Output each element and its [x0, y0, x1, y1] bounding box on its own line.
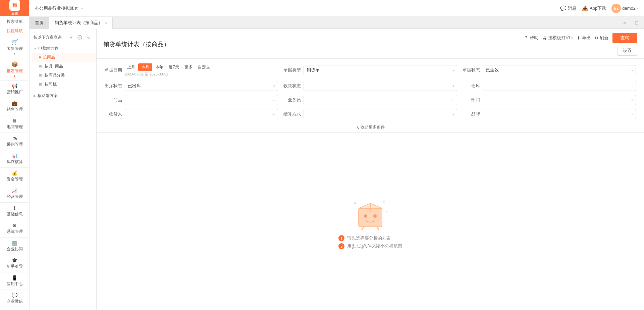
sidebar-item-inventory[interactable]: 📊 库存核算 [0, 150, 29, 168]
dept-select[interactable]: ▾ [483, 95, 636, 105]
more-btn[interactable]: 更多 [182, 63, 195, 71]
sidebar-item-label: 系统管理 [7, 229, 23, 235]
tip-text-1: 请先选择要分析的方案 [347, 235, 391, 241]
brand-label: 品牌 [463, 111, 480, 117]
help-button[interactable]: ？ 帮助 [524, 35, 538, 41]
scheme-group-header-mobile[interactable]: ▶ 移动端方案 [30, 92, 96, 100]
export-button[interactable]: ⬇ 导出 [577, 35, 591, 41]
scheme-item-by-product[interactable]: 按商品 [32, 53, 96, 62]
doctype-value: 销货单 [307, 67, 320, 73]
print-button[interactable]: 🖨 按模板打印 ▾ [542, 35, 573, 41]
sidebar-item-apps[interactable]: 📱 应用中心 [0, 272, 29, 290]
sidebar-item-label: 电商管理 [7, 124, 23, 130]
wholesale-icon: 📦 [11, 61, 18, 67]
product-input[interactable]: ··· [125, 95, 278, 105]
warehouse-control[interactable]: ··· [483, 81, 636, 91]
7days-btn[interactable]: 近7天 [166, 63, 181, 71]
sidebar-item-label: 零售管理 [7, 46, 23, 52]
cur-month-btn[interactable]: 本月 [138, 63, 152, 71]
receiver-input[interactable]: ··· [125, 109, 278, 119]
sidebar-quick-nav[interactable]: 快捷导航 [0, 26, 29, 36]
header-dropdown-icon[interactable]: ▾ [81, 6, 83, 10]
tab-active[interactable]: 销货单统计表（按商品） × [49, 17, 113, 29]
collapse-scheme-icon[interactable]: « [85, 34, 92, 41]
sidebar-item-label: 新手引导 [7, 264, 23, 269]
sidebar-item-finance[interactable]: 💰 资金管理 [0, 168, 29, 185]
sidebar-item-wechat[interactable]: 💬 企业微信 [0, 290, 29, 307]
tab-close-icon[interactable]: × [105, 20, 107, 25]
custom-btn[interactable]: 自定义 [196, 63, 212, 71]
salesperson-input[interactable]: ··· [304, 95, 457, 105]
collapse-filters-button[interactable]: ∧ 收起更多条件 [97, 122, 644, 132]
empty-tip-1: 1 请先选择要分析的方案 [338, 235, 402, 241]
svg-point-4 [364, 214, 367, 218]
prev-month-btn[interactable]: 上月 [125, 63, 138, 71]
product-control[interactable]: ··· [125, 95, 278, 105]
scheme-item-by-category[interactable]: ⊞ 按商品分类 [32, 71, 96, 80]
outstatus-select[interactable]: 已出库 ▾ [125, 81, 278, 91]
docstatus-label: 单据状态 [463, 67, 480, 73]
payment-chevron: ▾ [452, 84, 454, 88]
minimize-button[interactable]: × [620, 18, 629, 28]
sidebar-item-enterprise[interactable]: 🏢 企业协同 [0, 238, 29, 255]
chevron-down-icon: ▼ [13, 52, 16, 55]
scheme-group-header-pc[interactable]: ▼ 电脑端方案 [30, 44, 96, 53]
sidebar-item-system[interactable]: ⚙ 系统管理 [0, 220, 29, 238]
tab-home[interactable]: 首页 [30, 17, 49, 29]
sidebar-item-basic[interactable]: ℹ 基础信息 [0, 203, 29, 220]
collapse-arrow-icon: ∧ [356, 125, 359, 130]
sidebar-item-purchase[interactable]: 🛍 采购管理 [0, 133, 29, 150]
sidebar-item-retail[interactable]: 🛒 零售管理 ▼ [0, 36, 29, 58]
sidebar-item-ecommerce[interactable]: 🖥 电商管理 [0, 115, 29, 133]
sidebar-item-guide[interactable]: 🎓 新手引导 [0, 255, 29, 272]
sidebar: 畅 标账 搜索菜单 快捷导航 🛒 零售管理 ▼ 📦 批发管理 ▲ 📢 营销推广 … [0, 0, 30, 310]
query-button[interactable]: 查询 [612, 33, 637, 43]
salesperson-control[interactable]: ··· [304, 95, 457, 105]
warehouse-input[interactable]: ··· [483, 81, 636, 91]
payment-control[interactable]: ▾ [304, 81, 457, 91]
salesperson-dots: ··· [451, 98, 454, 102]
sidebar-search[interactable]: 搜索菜单 [0, 16, 29, 26]
paymethod-control[interactable]: ▾ [304, 109, 457, 119]
user-menu[interactable]: Ea demo2 ▾ [611, 4, 639, 13]
maximize-button[interactable]: □ [632, 18, 641, 28]
refresh-button[interactable]: ↻ 刷新 [595, 35, 608, 41]
brand-input[interactable]: ··· [483, 109, 636, 119]
payment-select[interactable]: ▾ [304, 81, 457, 91]
empty-state: 1 请先选择要分析的方案 2 用[过滤]条件来缩小分析范围 [97, 133, 644, 310]
scheme-item-by-cashier[interactable]: ⊞ 按司机 [32, 80, 96, 89]
messages-button[interactable]: 💬 消息 [560, 5, 577, 11]
docstatus-control[interactable]: 已生效 ▾ [483, 65, 636, 75]
sales-icon: 💼 [12, 101, 17, 106]
sidebar-item-label: 采购管理 [7, 142, 23, 147]
salesperson-label: 业务员 [283, 97, 301, 103]
dept-control[interactable]: ▾ [483, 95, 636, 105]
inventory-icon: 📊 [12, 153, 17, 158]
settings-button[interactable]: 设置 [617, 46, 637, 56]
sidebar-item-marketing[interactable]: 📢 营销推广 [0, 81, 29, 98]
paymethod-select[interactable]: ▾ [304, 109, 457, 119]
receiver-control[interactable]: ··· [125, 109, 278, 119]
edit-scheme-icon[interactable]: ✎ [76, 34, 84, 41]
doctype-select[interactable]: 销货单 ▾ [304, 65, 457, 75]
app-download-button[interactable]: 📥 App下载 [582, 5, 606, 11]
outstatus-control[interactable]: 已出库 ▾ [125, 81, 278, 91]
docstatus-value: 已生效 [486, 67, 499, 73]
scheme-item-label: 按司机 [45, 82, 57, 87]
add-scheme-icon[interactable]: + [67, 34, 75, 41]
sidebar-item-sales[interactable]: 💼 销售管理 [0, 98, 29, 115]
brand-control[interactable]: ··· [483, 109, 636, 119]
logo-area[interactable]: 畅 标账 [0, 0, 29, 16]
sidebar-item-wholesale[interactable]: 📦 批发管理 ▲ [0, 58, 29, 81]
message-icon: 💬 [560, 5, 567, 11]
year-btn[interactable]: 本年 [153, 63, 166, 71]
doctype-control[interactable]: 销货单 ▾ [304, 65, 457, 75]
home-tab-label: 首页 [35, 20, 44, 26]
docstatus-select[interactable]: 已生效 ▾ [483, 65, 636, 75]
sidebar-item-member[interactable]: ⭐ 畅会员 [0, 307, 29, 310]
scheme-item-by-month-product[interactable]: ⊞ 按月+商品 [32, 62, 96, 71]
main-area: 办公用品行业模拟账套 ▾ 💬 消息 📥 App下载 Ea demo2 ▾ 首页 … [30, 0, 644, 310]
sidebar-item-label: 营销推广 [7, 89, 23, 95]
sidebar-item-label: 资金管理 [7, 176, 23, 182]
sidebar-item-operations[interactable]: 📈 经营管理 [0, 185, 29, 203]
